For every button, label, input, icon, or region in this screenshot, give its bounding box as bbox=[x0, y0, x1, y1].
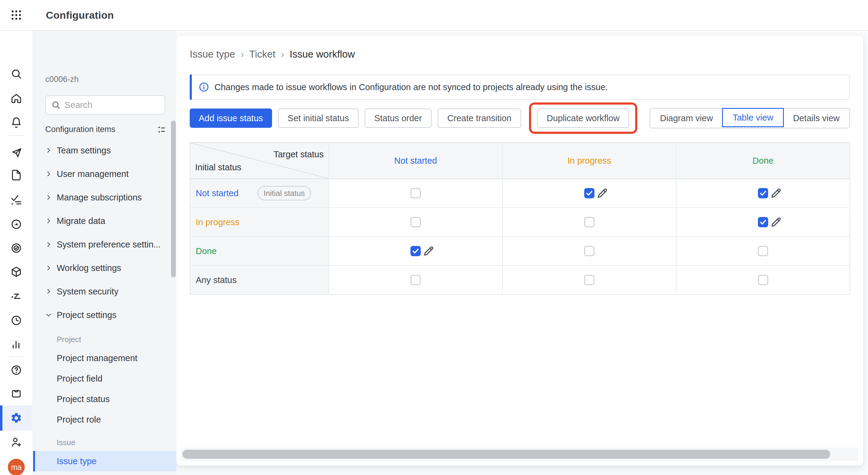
transition-cell bbox=[502, 179, 676, 207]
sidebar-item-team-settings[interactable]: Team settings bbox=[33, 139, 177, 162]
breadcrumb: Issue type›Ticket›Issue workflow bbox=[190, 47, 850, 61]
settings-icon[interactable] bbox=[10, 412, 22, 424]
checkbox-checked[interactable] bbox=[584, 188, 594, 198]
tab-details-view[interactable]: Details view bbox=[783, 108, 849, 128]
breadcrumb-separator-icon: › bbox=[240, 48, 244, 60]
sidebar-item-project-field[interactable]: Project field bbox=[33, 368, 177, 389]
chevron-right-icon bbox=[45, 265, 52, 271]
document-icon[interactable] bbox=[10, 169, 22, 181]
sidebar-item-project-status[interactable]: Project status bbox=[33, 389, 177, 409]
banner-text: Changes made to issue workflows in Confi… bbox=[214, 82, 608, 92]
checkbox-unchecked[interactable] bbox=[584, 246, 594, 256]
checkbox-checked[interactable] bbox=[758, 188, 768, 198]
sidebar-item-worklog-settings[interactable]: Worklog settings bbox=[33, 256, 177, 280]
row-status-label: Not started bbox=[196, 189, 239, 198]
column-header-not-started: Not started bbox=[329, 143, 502, 178]
checkbox-unchecked[interactable] bbox=[584, 275, 594, 285]
sidebar-item-user-management[interactable]: User management bbox=[33, 162, 177, 186]
transition-cell bbox=[329, 237, 502, 265]
target-check-icon[interactable] bbox=[10, 242, 22, 254]
chevron-right-icon bbox=[45, 147, 52, 154]
chevron-right-icon bbox=[45, 288, 52, 295]
workspace-label: c0006-zh bbox=[45, 75, 79, 84]
search-icon[interactable] bbox=[10, 68, 22, 80]
info-banner: Changes made to issue workflows in Confi… bbox=[190, 74, 850, 100]
initial-status-badge: Initial status bbox=[257, 186, 311, 200]
table-row-done: Done bbox=[190, 236, 849, 265]
apps-grid-icon[interactable] bbox=[0, 9, 33, 22]
add-issue-status-button[interactable]: Add issue status bbox=[190, 108, 272, 128]
checkbox-unchecked[interactable] bbox=[758, 246, 768, 256]
annotation-highlight: Duplicate workflow bbox=[529, 102, 638, 134]
tab-table-view[interactable]: Table view bbox=[722, 108, 784, 127]
transition-cell bbox=[502, 237, 676, 265]
breadcrumb-item[interactable]: Ticket bbox=[249, 48, 275, 60]
edit-transition-icon[interactable] bbox=[424, 246, 434, 257]
sidebar-item-issue-field[interactable]: Issue field bbox=[33, 471, 177, 475]
cube-icon[interactable] bbox=[10, 266, 22, 278]
transition-cell bbox=[329, 266, 502, 294]
sidebar-scrollbar[interactable] bbox=[171, 121, 176, 277]
panel-title: Configuration items bbox=[45, 125, 116, 134]
main-panel: Issue type›Ticket›Issue workflow Changes… bbox=[177, 36, 863, 466]
breadcrumb-item[interactable]: Issue type bbox=[190, 48, 235, 60]
create-transition-button[interactable]: Create transition bbox=[438, 108, 521, 128]
search-input[interactable]: Search bbox=[45, 95, 165, 114]
bell-icon[interactable] bbox=[10, 116, 22, 129]
sidebar-item-project-role[interactable]: Project role bbox=[33, 409, 177, 430]
corner-initial-status-label: Initial status bbox=[195, 163, 241, 172]
toolbar: Add issue statusSet initial statusStatus… bbox=[190, 108, 850, 128]
gauge-icon[interactable] bbox=[10, 218, 22, 230]
user-avatar[interactable]: ma bbox=[8, 459, 25, 475]
bar-chart-icon[interactable] bbox=[10, 338, 22, 350]
tray-icon[interactable] bbox=[10, 387, 22, 400]
corner-target-status-label: Target status bbox=[274, 149, 323, 160]
edit-transition-icon[interactable] bbox=[597, 188, 608, 199]
chevron-right-icon bbox=[45, 217, 52, 224]
transition-cell bbox=[676, 208, 849, 236]
sidebar-item-system-security[interactable]: System security bbox=[33, 280, 177, 303]
table-row-in-progress: In progress bbox=[190, 207, 849, 236]
checkbox-checked[interactable] bbox=[758, 217, 768, 227]
person-add-icon[interactable] bbox=[10, 436, 22, 448]
sidebar-item-project-settings[interactable]: Project settings bbox=[33, 303, 177, 327]
duplicate-workflow-button[interactable]: Duplicate workflow bbox=[537, 108, 629, 128]
tab-diagram-view[interactable]: Diagram view bbox=[650, 108, 723, 128]
column-header-done: Done bbox=[676, 143, 849, 178]
sidebar-item-system-preference-settin-[interactable]: System preference settin... bbox=[33, 233, 177, 256]
top-header: Configuration bbox=[0, 0, 868, 31]
checkbox-unchecked[interactable] bbox=[410, 217, 421, 227]
breadcrumb-separator-icon: › bbox=[281, 48, 284, 60]
send-icon[interactable] bbox=[10, 147, 22, 159]
checkbox-unchecked[interactable] bbox=[584, 217, 594, 227]
checkbox-unchecked[interactable] bbox=[758, 275, 768, 285]
sidebar-item-project-management[interactable]: Project management bbox=[33, 348, 177, 368]
checkbox-unchecked[interactable] bbox=[410, 188, 421, 198]
workflow-icon[interactable] bbox=[10, 290, 22, 302]
view-switcher: Diagram viewTable viewDetails view bbox=[650, 108, 850, 128]
clock-icon[interactable] bbox=[10, 314, 22, 327]
edit-transition-icon[interactable] bbox=[771, 188, 782, 199]
search-icon bbox=[51, 100, 60, 109]
transition-cell bbox=[676, 179, 849, 207]
horizontal-scrollbar-thumb[interactable] bbox=[183, 450, 830, 459]
collapse-list-icon[interactable] bbox=[157, 125, 165, 134]
checkbox-unchecked[interactable] bbox=[410, 275, 421, 285]
table-row-not-started: Not startedInitial status bbox=[190, 178, 849, 207]
sidebar-item-issue-type[interactable]: Issue type bbox=[33, 451, 177, 471]
sidebar-item-migrate-data[interactable]: Migrate data bbox=[33, 209, 177, 233]
config-items-tree: Team settingsUser managementManage subsc… bbox=[33, 139, 177, 475]
edit-transition-icon[interactable] bbox=[771, 217, 782, 228]
checkbox-checked[interactable] bbox=[410, 246, 421, 256]
info-icon bbox=[199, 82, 209, 92]
chevron-down-icon bbox=[45, 312, 52, 318]
transition-cell bbox=[676, 237, 849, 265]
sidebar-item-manage-subscriptions[interactable]: Manage subscriptions bbox=[33, 186, 177, 209]
transition-cell bbox=[329, 179, 502, 207]
home-icon[interactable] bbox=[10, 92, 22, 104]
column-header-in-progress: In progress bbox=[502, 143, 676, 178]
help-icon[interactable] bbox=[10, 364, 22, 376]
status-order-button[interactable]: Status order bbox=[365, 108, 432, 128]
tasks-icon[interactable] bbox=[10, 194, 22, 206]
set-initial-status-button[interactable]: Set initial status bbox=[278, 108, 359, 128]
